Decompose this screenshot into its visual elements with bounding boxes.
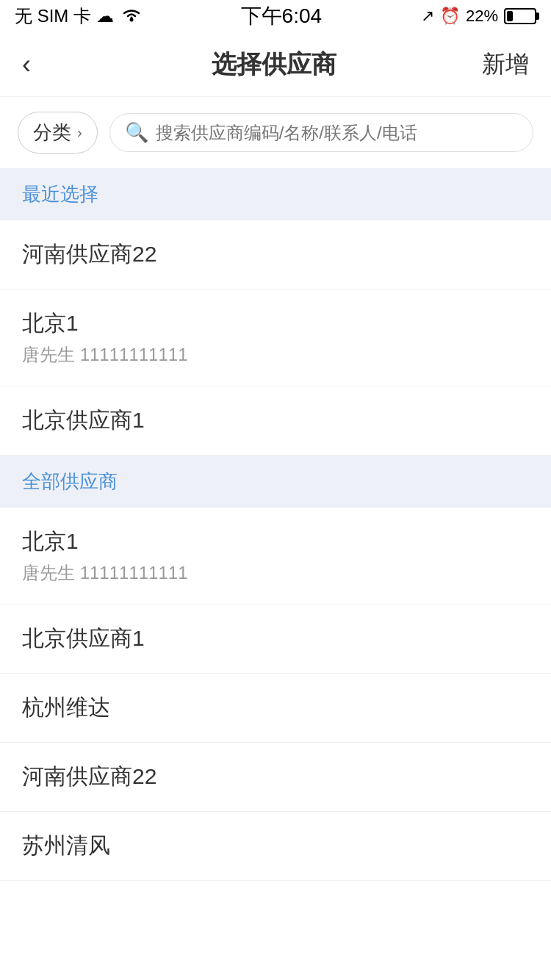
- search-icon: 🔍: [125, 121, 148, 144]
- page-title: 选择供应商: [212, 48, 336, 82]
- all-items-list: 北京1唐先生 11111111111北京供应商1杭州维达河南供应商22苏州清风: [0, 508, 551, 881]
- list-item[interactable]: 北京供应商1: [0, 605, 551, 674]
- svg-point-0: [129, 18, 133, 22]
- recent-section-label: 最近选择: [22, 183, 98, 205]
- location-icon: ↗: [421, 7, 434, 26]
- item-name: 北京供应商1: [22, 624, 529, 654]
- recent-section-header: 最近选择: [0, 168, 551, 220]
- chevron-right-icon: ›: [77, 124, 82, 141]
- sim-status: 无 SIM 卡 ☁: [15, 4, 114, 28]
- status-bar: 无 SIM 卡 ☁ 下午6:04 ↗ ⏰ 22%: [0, 0, 551, 32]
- alarm-icon: ⏰: [440, 7, 460, 26]
- status-left: 无 SIM 卡 ☁: [15, 4, 142, 28]
- item-name: 北京供应商1: [22, 406, 529, 436]
- item-name: 河南供应商22: [22, 239, 529, 270]
- list-item[interactable]: 北京供应商1: [0, 386, 551, 455]
- battery-percent: 22%: [466, 7, 498, 26]
- item-name: 河南供应商22: [22, 762, 529, 792]
- item-sub: 唐先生 11111111111: [22, 343, 529, 367]
- item-name: 苏州清风: [22, 831, 529, 861]
- category-label: 分类: [33, 120, 71, 145]
- back-button[interactable]: ‹: [22, 49, 66, 80]
- item-name: 杭州维达: [22, 693, 529, 723]
- add-button[interactable]: 新增: [482, 48, 529, 81]
- item-name: 北京1: [22, 309, 529, 339]
- list-item[interactable]: 北京1唐先生 11111111111: [0, 508, 551, 605]
- category-button[interactable]: 分类 ›: [18, 112, 98, 154]
- all-section-label: 全部供应商: [22, 470, 118, 492]
- battery-icon: [504, 8, 536, 24]
- item-name: 北京1: [22, 527, 529, 557]
- wifi-icon: [121, 6, 142, 26]
- filter-row: 分类 › 🔍: [0, 97, 551, 168]
- list-item[interactable]: 北京1唐先生 11111111111: [0, 289, 551, 386]
- list-item[interactable]: 杭州维达: [0, 674, 551, 743]
- item-sub: 唐先生 11111111111: [22, 561, 529, 585]
- status-time: 下午6:04: [241, 2, 323, 30]
- status-right: ↗ ⏰ 22%: [421, 7, 536, 26]
- search-input[interactable]: [156, 123, 518, 143]
- all-section-header: 全部供应商: [0, 455, 551, 508]
- list-item[interactable]: 苏州清风: [0, 812, 551, 881]
- list-item[interactable]: 河南供应商22: [0, 743, 551, 812]
- list-item[interactable]: 河南供应商22: [0, 220, 551, 289]
- nav-bar: ‹ 选择供应商 新增: [0, 32, 551, 97]
- search-box[interactable]: 🔍: [109, 113, 533, 152]
- recent-items-list: 河南供应商22北京1唐先生 11111111111北京供应商1: [0, 220, 551, 455]
